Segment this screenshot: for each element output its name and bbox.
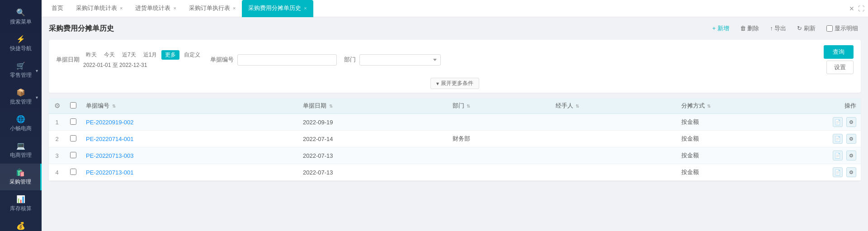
row-checkbox[interactable]	[70, 152, 76, 158]
sidebar-item-inventory[interactable]: 📊 库存核算	[0, 190, 42, 217]
month-btn[interactable]: 近1月	[141, 50, 160, 60]
sidebar-item-label: 采购管理	[9, 178, 31, 186]
show-col-toggle[interactable]: 显示明细	[824, 23, 861, 34]
row-date-cell: 2022-09-19	[298, 114, 448, 131]
row-doc-no-cell: PE-20220713-003	[81, 147, 298, 164]
row-split-method-cell: 按金额	[677, 131, 825, 147]
row-view-icon[interactable]: 📄	[833, 117, 843, 127]
sidebar-item-label: 零售管理	[10, 71, 32, 79]
refresh-button[interactable]: ↻ 刷新	[794, 23, 818, 34]
date-field: 单据日期 昨天 今天 近7天 近1月 更多 自定义 2022-01-01 至 2…	[56, 50, 203, 69]
sidebar-item-retail[interactable]: 🛒 零售管理	[0, 57, 42, 84]
row-view-icon[interactable]: 📄	[833, 134, 843, 144]
yesterday-btn[interactable]: 昨天	[83, 50, 99, 60]
row-checkbox[interactable]	[70, 169, 76, 175]
row-checkbox[interactable]	[70, 135, 76, 141]
row-split-method-cell: 按金额	[677, 114, 825, 131]
table-row: 2 PE-20220714-001 2022-07-14 财务部 按金额 📄 ⚙	[49, 131, 861, 147]
action-col-header: 操作	[825, 98, 861, 114]
sidebar-item-purchase[interactable]: 🛍️ 采购管理	[0, 164, 42, 190]
delete-button[interactable]: 🗑 删除	[737, 23, 762, 34]
set-button[interactable]: 设置	[826, 61, 854, 74]
tab-purchase-order-stats[interactable]: 采购订单统计表 ×	[70, 0, 129, 17]
sidebar-item-finance[interactable]: 💰 资金管理	[0, 217, 42, 231]
tab-purchase-cost-history[interactable]: 采购费用分摊单历史 ×	[242, 0, 313, 17]
row-doc-no-link[interactable]: PE-20220919-002	[86, 119, 134, 126]
add-button[interactable]: + 新增	[709, 23, 731, 34]
tab-purchase-order-stats-close[interactable]: ×	[120, 5, 123, 11]
doc-no-col-label: 单据编号	[86, 102, 109, 109]
row-action-cell: 📄 ⚙	[825, 147, 861, 164]
search-icon: 🔍	[16, 8, 25, 17]
tab-inbound-stats[interactable]: 进货单统计表 ×	[129, 0, 182, 17]
sidebar-item-wholesale[interactable]: 📦 批发管理	[0, 84, 42, 110]
handler-sort-icon[interactable]: ⇅	[576, 104, 579, 108]
toolbar: + 新增 🗑 删除 ↑ 导出 ↻ 刷新 显示明细	[709, 23, 861, 34]
row-ops-icon[interactable]: ⚙	[846, 117, 856, 127]
data-table: ⚙ 单据编号 ⇅ 单据日期 ⇅	[49, 98, 861, 181]
tab-purchase-order-exec-label: 采购订单执行表	[189, 4, 230, 12]
row-checkbox-cell	[65, 164, 81, 181]
date-sort-icon[interactable]: ⇅	[329, 104, 333, 108]
date-col-label: 单据日期	[303, 102, 326, 109]
table-body: 1 PE-20220919-002 2022-09-19 按金额 📄 ⚙ 2	[49, 114, 861, 181]
sidebar-item-search[interactable]: 🔍 搜索菜单	[0, 4, 42, 30]
custom-btn[interactable]: 自定义	[181, 50, 203, 60]
split-method-sort-icon[interactable]: ⇅	[707, 104, 711, 108]
expand-btn[interactable]: ▾ 展开更多条件	[430, 78, 479, 89]
doc-no-input[interactable]	[237, 54, 337, 66]
query-button[interactable]: 查询	[824, 45, 854, 59]
row-action-cell: 📄 ⚙	[825, 131, 861, 147]
doc-no-sort-icon[interactable]: ⇅	[112, 104, 116, 108]
row-dept-cell	[448, 147, 551, 164]
row-checkbox-cell	[65, 147, 81, 164]
page-content: 采购费用分摊单历史 + 新增 🗑 删除 ↑ 导出 ↻ 刷新 显示明细 单据日期	[42, 17, 868, 231]
row-ops-icon[interactable]: ⚙	[846, 134, 856, 144]
tabs-controls: ✕ ⛶	[849, 5, 864, 12]
more-btn[interactable]: 更多	[161, 50, 179, 60]
row-ops-icon[interactable]: ⚙	[846, 167, 856, 177]
export-button[interactable]: ↑ 导出	[767, 23, 789, 34]
show-col-checkbox[interactable]	[826, 25, 833, 32]
close-tab-icon[interactable]: ✕	[849, 5, 854, 12]
table-row: 4 PE-20220713-001 2022-07-13 按金额 📄 ⚙	[49, 164, 861, 181]
sidebar-item-label: 搜索菜单	[10, 18, 32, 26]
row-checkbox-cell	[65, 114, 81, 131]
row-handler-cell	[551, 147, 677, 164]
row-handler-cell	[551, 131, 677, 147]
week-btn[interactable]: 近7天	[119, 50, 139, 60]
settings-col-icon[interactable]: ⚙	[54, 102, 60, 109]
expand-label: 展开更多条件	[441, 80, 473, 87]
dept-sort-icon[interactable]: ⇅	[467, 104, 470, 108]
doc-no-label: 单据编号	[210, 56, 234, 64]
handler-col-header: 经手人 ⇅	[551, 98, 677, 114]
sidebar-item-ecommerce[interactable]: 💻 电商管理	[0, 137, 42, 164]
date-range: 2022-01-01 至 2022-12-31	[83, 61, 203, 69]
maximize-icon[interactable]: ⛶	[858, 5, 864, 12]
tab-purchase-cost-history-close[interactable]: ×	[304, 5, 307, 11]
sidebar-item-quick-nav[interactable]: ⚡ 快捷导航	[0, 30, 42, 57]
sidebar-item-small-ecommerce[interactable]: 🌐 小畅电商	[0, 110, 42, 137]
dept-label: 部门	[344, 56, 356, 64]
row-checkbox[interactable]	[70, 118, 76, 125]
row-num-cell: 2	[49, 131, 65, 147]
row-doc-no-cell: PE-20220919-002	[81, 114, 298, 131]
tab-inbound-stats-close[interactable]: ×	[173, 5, 176, 11]
row-view-icon[interactable]: 📄	[833, 151, 843, 160]
today-btn[interactable]: 今天	[101, 50, 118, 60]
sidebar-item-label: 电商管理	[10, 151, 32, 159]
dept-select-wrapper: 财务部	[359, 54, 441, 66]
dept-select[interactable]: 财务部	[359, 54, 441, 66]
table-container: ⚙ 单据编号 ⇅ 单据日期 ⇅	[49, 98, 861, 181]
row-ops-icon[interactable]: ⚙	[846, 151, 856, 160]
row-view-icon[interactable]: 📄	[833, 167, 843, 177]
tab-purchase-order-exec-close[interactable]: ×	[233, 5, 236, 11]
tab-purchase-order-exec[interactable]: 采购订单执行表 ×	[183, 0, 242, 17]
finance-icon: 💰	[16, 222, 25, 230]
row-doc-no-link[interactable]: PE-20220713-003	[86, 152, 134, 159]
row-doc-no-link[interactable]: PE-20220714-001	[86, 136, 134, 142]
row-doc-no-link[interactable]: PE-20220713-001	[86, 169, 134, 176]
table-header-row: ⚙ 单据编号 ⇅ 单据日期 ⇅	[49, 98, 861, 114]
select-all-checkbox[interactable]	[70, 102, 76, 108]
tab-home[interactable]: 首页	[45, 0, 70, 17]
